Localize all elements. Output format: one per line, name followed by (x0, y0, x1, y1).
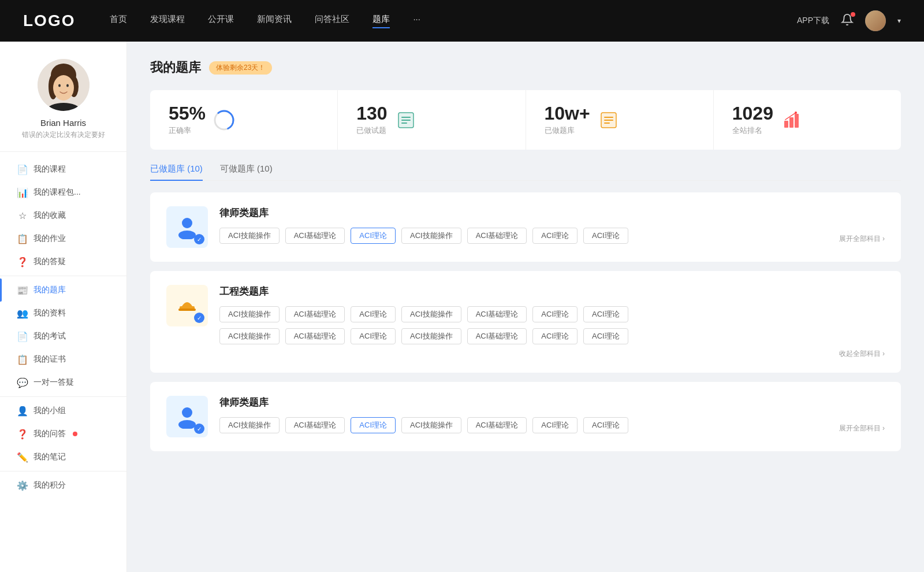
svg-point-25 (178, 231, 196, 239)
qbank-1-tag-3[interactable]: ACI技能操作 (401, 228, 461, 244)
qbank-2-row1-tag-3[interactable]: ACI技能操作 (401, 306, 461, 322)
sidebar-divider-12 (0, 471, 126, 471)
nav-news[interactable]: 新闻资讯 (257, 14, 292, 28)
one-on-one-icon: 💬 (17, 377, 28, 388)
qbank-2-row1-tag-6[interactable]: ACI理论 (583, 306, 628, 322)
svg-rect-27 (178, 309, 196, 311)
qbank-3-tag-5[interactable]: ACI理论 (532, 417, 578, 433)
my-qa-icon: ❓ (17, 257, 28, 267)
svg-rect-21 (789, 117, 793, 128)
qbank-2-row1-tag-2[interactable]: ACI理论 (351, 306, 396, 322)
qbank-2-row2-tag-4[interactable]: ACI基础理论 (467, 328, 527, 344)
qbank-3-tag-0[interactable]: ACI技能操作 (219, 417, 280, 433)
my-homework-icon: 📋 (17, 233, 28, 244)
stat-accuracy-icon (214, 110, 234, 131)
sidebar-item-my-course[interactable]: 📄 我的课程 (0, 158, 126, 181)
sidebar: Brian Harris 错误的决定比没有决定要好 📄 我的课程 📊 我的课程包… (0, 42, 127, 572)
sidebar-item-my-collect[interactable]: ☆ 我的收藏 (0, 204, 126, 227)
qbank-2-row2-tag-5[interactable]: ACI理论 (532, 328, 578, 344)
sidebar-item-my-question[interactable]: ❓ 我的问答 (0, 422, 126, 445)
sidebar-profile: Brian Harris 错误的决定比没有决定要好 (0, 59, 126, 152)
logo: LOGO (23, 12, 75, 30)
stat-done-q-number: 130 (356, 104, 387, 122)
sidebar-item-my-qbank[interactable]: 📰 我的题库 (0, 278, 126, 302)
qbank-1-tag-0[interactable]: ACI技能操作 (219, 228, 280, 244)
my-course-pkg-label: 我的课程包... (33, 187, 81, 198)
tab-done-qbank[interactable]: 已做题库 (10) (150, 164, 203, 180)
nav-qa[interactable]: 问答社区 (315, 14, 349, 28)
sidebar-item-my-cert[interactable]: 📋 我的证书 (0, 348, 126, 371)
qbank-title-3: 律师类题库 (219, 396, 885, 409)
svg-point-24 (182, 218, 192, 228)
stat-done-questions: 130 已做试题 (338, 90, 526, 150)
avatar-image (865, 10, 886, 31)
qbank-2-row2-tag-0[interactable]: ACI技能操作 (219, 328, 280, 344)
qbank-3-tag-4[interactable]: ACI基础理论 (467, 417, 527, 433)
app-download-button[interactable]: APP下载 (797, 16, 829, 26)
sidebar-item-my-group[interactable]: 👤 我的小组 (0, 399, 126, 422)
qbank-2-row2-tag-3[interactable]: ACI技能操作 (401, 328, 461, 344)
stat-accuracy-number: 55% (169, 104, 206, 122)
nav-qbank[interactable]: 题库 (372, 14, 390, 28)
sidebar-item-my-points[interactable]: ⚙️ 我的积分 (0, 474, 126, 497)
sidebar-item-my-profile[interactable]: 👥 我的资料 (0, 302, 126, 325)
nav-more[interactable]: ··· (413, 14, 420, 28)
qbank-2-row2-tag-2[interactable]: ACI理论 (351, 328, 396, 344)
qbank-card-1: ✓ 律师类题库 ACI技能操作ACI基础理论ACI理论ACI技能操作ACI基础理… (150, 192, 901, 262)
qbank-tags-2-row2: ACI技能操作ACI基础理论ACI理论ACI技能操作ACI基础理论ACI理论AC… (219, 328, 885, 344)
sidebar-item-one-on-one[interactable]: 💬 一对一答疑 (0, 371, 126, 394)
qbank-2-row1-tag-4[interactable]: ACI基础理论 (467, 306, 527, 322)
svg-point-5 (58, 84, 61, 87)
notification-bell[interactable] (841, 13, 854, 28)
svg-point-28 (182, 407, 192, 418)
qbank-title-2: 工程类题库 (219, 285, 885, 298)
avatar-image (38, 59, 90, 111)
nav-home[interactable]: 首页 (110, 14, 127, 28)
qbank-2-row1-tag-0[interactable]: ACI技能操作 (219, 306, 280, 322)
tab-available-qbank[interactable]: 可做题库 (10) (220, 164, 273, 180)
my-cert-label: 我的证书 (33, 354, 66, 365)
notification-dot (851, 12, 855, 17)
qbank-3-tag-3[interactable]: ACI技能操作 (401, 417, 461, 433)
tabs-row: 已做题库 (10) 可做题库 (10) (150, 164, 901, 181)
stat-ranking-label: 全站排名 (732, 125, 773, 136)
qbank-1-tag-2[interactable]: ACI理论 (351, 228, 396, 244)
my-exam-icon: 📄 (17, 331, 28, 341)
sidebar-item-my-note[interactable]: ✏️ 我的笔记 (0, 445, 126, 469)
nav-open-course[interactable]: 公开课 (208, 14, 234, 28)
check-badge-3: ✓ (194, 424, 204, 434)
user-avatar[interactable] (865, 10, 886, 31)
qbank-expand-1[interactable]: 展开全部科目 › (839, 234, 885, 244)
qbank-2-row1-tag-5[interactable]: ACI理论 (532, 306, 578, 322)
qbank-3-tag-6[interactable]: ACI理论 (583, 417, 628, 433)
qbank-1-tag-6[interactable]: ACI理论 (583, 228, 628, 244)
sidebar-item-my-course-pkg[interactable]: 📊 我的课程包... (0, 181, 126, 204)
qbank-icon-engineer: ✓ (166, 285, 208, 326)
stat-ranking-icon (781, 110, 802, 131)
qbank-1-tag-1[interactable]: ACI基础理论 (285, 228, 345, 244)
nav-discover[interactable]: 发现课程 (150, 14, 185, 28)
my-exam-label: 我的考试 (33, 331, 66, 341)
qbank-3-tag-1[interactable]: ACI基础理论 (285, 417, 345, 433)
svg-rect-20 (784, 121, 788, 128)
sidebar-motto: 错误的决定比没有决定要好 (16, 130, 111, 140)
sidebar-item-my-homework[interactable]: 📋 我的作业 (0, 227, 126, 250)
qbank-collapse-2[interactable]: 收起全部科目 › (839, 349, 885, 359)
qbank-card-2: ✓ 工程类题库 ACI技能操作ACI基础理论ACI理论ACI技能操作ACI基础理… (150, 271, 901, 373)
sidebar-avatar (38, 59, 90, 111)
stat-ranking-number: 1029 (732, 104, 773, 122)
qbank-3-tag-2[interactable]: ACI理论 (351, 417, 396, 433)
sidebar-item-my-qa[interactable]: ❓ 我的答疑 (0, 250, 126, 273)
qbank-expand-3[interactable]: 展开全部科目 › (839, 424, 885, 433)
my-course-pkg-icon: 📊 (17, 187, 28, 198)
my-collect-label: 我的收藏 (33, 210, 66, 221)
qbank-1-tag-4[interactable]: ACI基础理论 (467, 228, 527, 244)
qbank-1-tag-5[interactable]: ACI理论 (532, 228, 578, 244)
qbank-title-1: 律师类题库 (219, 206, 885, 220)
qbank-2-row2-tag-1[interactable]: ACI基础理论 (285, 328, 345, 344)
sidebar-item-my-exam[interactable]: 📄 我的考试 (0, 325, 126, 348)
svg-point-29 (178, 420, 196, 429)
qbank-2-row1-tag-1[interactable]: ACI基础理论 (285, 306, 345, 322)
qbank-2-row2-tag-6[interactable]: ACI理论 (583, 328, 628, 344)
user-menu-chevron[interactable]: ▾ (897, 17, 901, 25)
